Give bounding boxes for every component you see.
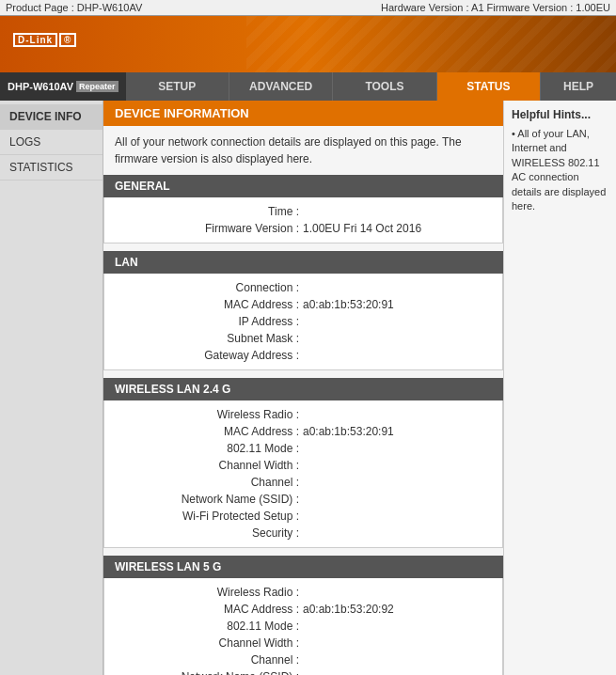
field-time: Time : [104,203,502,220]
field-5-channel: Channel : [104,651,502,668]
tab-tools[interactable]: TOOLS [333,72,436,101]
group-lan: LAN Connection : MAC Address : a0:ab:1b:… [103,251,503,370]
header: D-Link® [0,16,616,72]
info-text: All of your network connection details a… [103,126,503,175]
version-info-label: Hardware Version : A1 Firmware Version :… [381,2,610,13]
hints-panel: Helpful Hints... • All of your LAN, Inte… [503,101,616,675]
field-ip-label: IP Address : [152,315,303,328]
field-ip: IP Address : [104,313,502,330]
group-general-header: GENERAL [103,175,503,197]
tab-setup[interactable]: SETUP [126,72,229,101]
group-lan-body: Connection : MAC Address : a0:ab:1b:53:2… [103,274,503,370]
field-firmware-value: 1.00EU Fri 14 Oct 2016 [303,222,491,235]
sidebar-item-logs[interactable]: LOGS [0,130,103,155]
field-5-mac: MAC Address : a0:ab:1b:53:20:92 [104,601,502,618]
nav-tabs: SETUP ADVANCED TOOLS STATUS [126,72,541,101]
field-24-radio: Wireless Radio : [104,406,502,423]
section-title: DEVICE INFORMATION [103,101,503,126]
sidebar-item-device-info[interactable]: DEVICE INFO [0,104,103,130]
field-gateway: Gateway Address : [104,347,502,364]
field-5-width: Channel Width : [104,635,502,651]
group-wireless-5-header: WIRELESS LAN 5 G [103,556,503,578]
field-24-width-label: Channel Width : [152,459,303,472]
sidebar: DEVICE INFO LOGS STATISTICS [0,101,103,675]
field-24-mac-label: MAC Address : [152,425,303,438]
field-24-security-label: Security : [152,526,303,540]
group-lan-header: LAN [103,251,503,274]
field-5-channel-label: Channel : [152,653,303,667]
field-5-ssid: Network Name (SSID) : [104,668,502,675]
product-page-label: Product Page : DHP-W610AV [6,2,142,13]
field-24-mode-label: 802.11 Mode : [152,442,303,455]
field-lan-mac-label: MAC Address : [152,298,303,311]
field-5-radio: Wireless Radio : [104,584,502,601]
group-wireless-24-body: Wireless Radio : MAC Address : a0:ab:1b:… [103,400,503,548]
field-24-security: Security : [104,525,502,542]
field-lan-mac-value: a0:ab:1b:53:20:91 [303,298,491,311]
field-5-mode: 802.11 Mode : [104,618,502,635]
field-24-radio-label: Wireless Radio : [152,408,303,421]
logo-tm: ® [59,33,76,47]
nav-model: DHP-W610AV Repeater [0,72,126,101]
field-24-wps-label: Wi-Fi Protected Setup : [152,510,303,523]
field-connection: Connection : [104,279,502,296]
nav-bar: DHP-W610AV Repeater SETUP ADVANCED TOOLS… [0,72,616,101]
field-5-mac-label: MAC Address : [152,603,303,616]
group-wireless-5-body: Wireless Radio : MAC Address : a0:ab:1b:… [103,578,503,675]
field-lan-mac: MAC Address : a0:ab:1b:53:20:91 [104,296,502,313]
field-5-mac-value: a0:ab:1b:53:20:92 [303,603,491,616]
group-wireless-24-header: WIRELESS LAN 2.4 G [103,378,503,400]
group-wireless-5: WIRELESS LAN 5 G Wireless Radio : MAC Ad… [103,556,503,675]
field-time-label: Time : [152,205,303,218]
field-24-ssid: Network Name (SSID) : [104,491,502,508]
tab-advanced[interactable]: ADVANCED [229,72,333,101]
hints-text: • All of your LAN, Internet and WIRELESS… [512,127,608,213]
field-5-mode-label: 802.11 Mode : [152,620,303,633]
field-5-width-label: Channel Width : [152,636,303,650]
field-firmware-label: Firmware Version : [152,222,303,235]
top-bar: Product Page : DHP-W610AV Hardware Versi… [0,0,616,16]
logo: D-Link® [11,29,76,59]
field-gateway-label: Gateway Address : [152,349,303,362]
field-24-ssid-label: Network Name (SSID) : [152,493,303,506]
tab-help[interactable]: HELP [541,72,616,101]
group-general-body: Time : Firmware Version : 1.00EU Fri 14 … [103,197,503,243]
repeater-badge: Repeater [76,81,118,92]
field-5-radio-label: Wireless Radio : [152,586,303,599]
field-24-width: Channel Width : [104,457,502,474]
hints-title: Helpful Hints... [512,108,608,121]
field-subnet: Subnet Mask : [104,330,502,347]
field-5-ssid-label: Network Name (SSID) : [152,670,303,675]
field-24-mac: MAC Address : a0:ab:1b:53:20:91 [104,423,502,440]
field-24-mac-value: a0:ab:1b:53:20:91 [303,425,491,438]
group-wireless-24: WIRELESS LAN 2.4 G Wireless Radio : MAC … [103,378,503,548]
field-24-channel: Channel : [104,474,502,491]
main-content: DEVICE INFORMATION All of your network c… [103,101,503,675]
group-general: GENERAL Time : Firmware Version : 1.00EU… [103,175,503,243]
field-24-wps: Wi-Fi Protected Setup : [104,508,502,525]
field-24-mode: 802.11 Mode : [104,440,502,457]
tab-status[interactable]: STATUS [437,72,541,101]
field-24-channel-label: Channel : [152,476,303,489]
field-firmware: Firmware Version : 1.00EU Fri 14 Oct 201… [104,220,502,237]
sidebar-item-statistics[interactable]: STATISTICS [0,155,103,181]
field-connection-label: Connection : [152,281,303,294]
content-area: DEVICE INFO LOGS STATISTICS DEVICE INFOR… [0,101,616,675]
field-subnet-label: Subnet Mask : [152,332,303,345]
